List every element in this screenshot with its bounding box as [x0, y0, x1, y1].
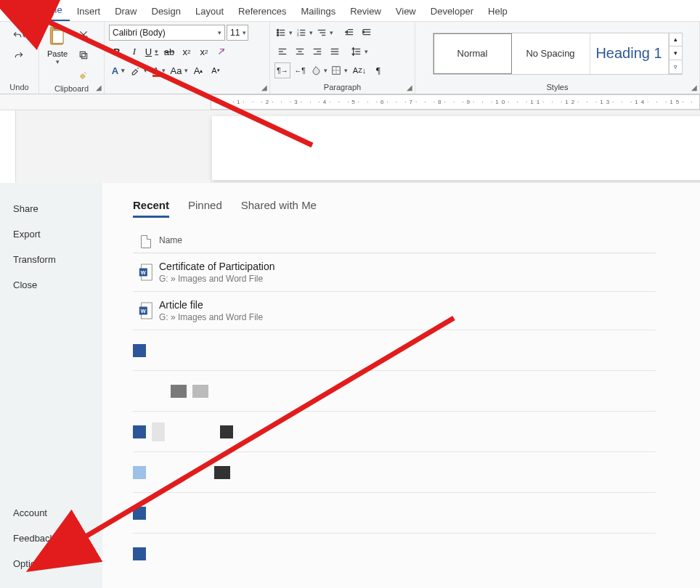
- styles-launcher-icon[interactable]: ◢: [691, 83, 697, 91]
- borders-button[interactable]: ▾: [330, 62, 349, 78]
- group-label-clipboard: Clipboard: [44, 83, 99, 94]
- svg-rect-1: [54, 25, 60, 29]
- redo-button[interactable]: [11, 48, 27, 64]
- copy-button[interactable]: [76, 47, 91, 63]
- bold-button[interactable]: B: [109, 44, 125, 60]
- shading-button[interactable]: ▾: [309, 62, 328, 78]
- menu-tab-view[interactable]: View: [388, 2, 423, 21]
- sidebar-item-close[interactable]: Close: [0, 272, 102, 298]
- file-row[interactable]: W Certificate of Participation G: » Imag…: [133, 253, 656, 292]
- clear-format-button[interactable]: [213, 44, 229, 60]
- menu-tab-layout[interactable]: Layout: [188, 2, 231, 21]
- style-tile-normal[interactable]: Normal: [434, 33, 512, 74]
- document-area: [0, 110, 700, 183]
- menu-tab-references[interactable]: References: [231, 2, 293, 21]
- grow-font-button[interactable]: A▴: [190, 62, 206, 78]
- rtl-button[interactable]: ←¶: [292, 62, 308, 78]
- cut-button[interactable]: [76, 27, 91, 43]
- word-doc-icon: W: [138, 263, 154, 282]
- style-tile-heading-1[interactable]: Heading 1: [590, 33, 669, 74]
- menu-tab-draw[interactable]: Draw: [107, 2, 144, 21]
- line-spacing-button[interactable]: ▾: [350, 44, 369, 60]
- menu-tab-home[interactable]: Home: [30, 1, 70, 21]
- sidebar-item-export[interactable]: Export: [0, 221, 102, 247]
- font-family-combo[interactable]: Calibri (Body) ▾: [109, 25, 225, 41]
- align-right-button[interactable]: [309, 44, 325, 60]
- backstage-main: Recent Pinned Shared with Me Name W Cert…: [102, 183, 700, 588]
- file-name: Article file: [159, 299, 656, 311]
- italic-button[interactable]: I: [126, 44, 142, 60]
- decrease-indent-button[interactable]: [341, 25, 357, 41]
- highlight-button[interactable]: ▾: [129, 62, 148, 78]
- justify-button[interactable]: [327, 44, 343, 60]
- align-center-button[interactable]: [292, 44, 308, 60]
- gallery-more-icon[interactable]: ▿: [670, 60, 682, 74]
- chevron-down-icon: ▾: [215, 29, 221, 36]
- font-launcher-icon[interactable]: ◢: [261, 83, 267, 91]
- menu-tab-help[interactable]: Help: [481, 2, 515, 21]
- increase-indent-button[interactable]: [359, 25, 375, 41]
- font-color-button[interactable]: A▾: [150, 62, 168, 78]
- paste-button[interactable]: Paste ▾: [44, 25, 71, 65]
- change-case-button[interactable]: Aa▾: [170, 62, 189, 78]
- superscript-button[interactable]: x2: [196, 44, 212, 60]
- gallery-up-icon[interactable]: ▴: [670, 33, 682, 47]
- word-doc-icon: W: [138, 301, 154, 320]
- subscript-button[interactable]: x2: [179, 44, 195, 60]
- menu-tab-insert[interactable]: Insert: [70, 2, 108, 21]
- sidebar-item-options[interactable]: Options: [0, 551, 102, 576]
- file-path: G: » Images and Word File: [159, 274, 656, 284]
- recent-file-list: Name W Certificate of Participation G: »…: [133, 231, 656, 574]
- ribbon: ▾ Undo Paste ▾: [0, 22, 700, 94]
- menu-tab-mailings[interactable]: Mailings: [294, 2, 343, 21]
- document-page[interactable]: [212, 116, 700, 180]
- group-font: Calibri (Body) ▾ 11 ▾ B I U▾ ab x2 x2: [105, 22, 270, 94]
- ltr-button[interactable]: ¶→: [274, 62, 290, 78]
- bullets-button[interactable]: ▾: [274, 25, 293, 41]
- clipboard-launcher-icon[interactable]: ◢: [96, 83, 102, 91]
- svg-text:3: 3: [296, 33, 298, 37]
- style-tile-no-spacing[interactable]: No Spacing: [512, 33, 590, 74]
- sidebar-item-account[interactable]: Account: [0, 500, 102, 526]
- sidebar-item-feedback[interactable]: Feedback: [0, 526, 102, 551]
- paragraph-launcher-icon[interactable]: ◢: [407, 83, 412, 91]
- chevron-down-icon: ▾: [240, 29, 246, 36]
- backstage-sidebar: Share Export Transform Close Account Fee…: [0, 183, 102, 588]
- format-painter-button[interactable]: [76, 68, 91, 83]
- undo-button[interactable]: ▾: [11, 28, 27, 44]
- sort-button[interactable]: AZ↓: [350, 62, 369, 78]
- menu-tab-review[interactable]: Review: [343, 2, 388, 21]
- paste-label: Paste: [44, 49, 71, 58]
- show-marks-button[interactable]: ¶: [370, 62, 386, 78]
- font-size-combo[interactable]: 11 ▾: [227, 25, 248, 41]
- underline-button[interactable]: U▾: [144, 44, 160, 60]
- align-left-button[interactable]: [274, 44, 290, 60]
- shrink-font-button[interactable]: A▾: [208, 62, 224, 78]
- svg-text:W: W: [141, 308, 146, 314]
- sidebar-item-transform[interactable]: Transform: [0, 247, 102, 272]
- tab-shared[interactable]: Shared with Me: [241, 199, 317, 218]
- svg-marker-25: [346, 30, 348, 33]
- font-size-value: 11: [230, 28, 240, 38]
- horizontal-ruler[interactable]: · · ·1· · ·2· · ·3· · ·4· · ·5· · ·6· · …: [211, 94, 700, 110]
- vertical-ruler[interactable]: [0, 110, 16, 183]
- name-col-header[interactable]: Name: [159, 235, 656, 248]
- menu-tab-design[interactable]: Design: [145, 2, 188, 21]
- menu-tab-file[interactable]: File: [4, 2, 30, 21]
- paste-dropdown[interactable]: ▾: [44, 58, 71, 65]
- group-label-styles: Styles: [420, 82, 695, 93]
- gallery-down-icon[interactable]: ▾: [670, 46, 682, 60]
- file-row[interactable]: W Article file G: » Images and Word File: [133, 292, 656, 330]
- tab-pinned[interactable]: Pinned: [188, 199, 222, 218]
- menu-tab-developer[interactable]: Developer: [423, 2, 481, 21]
- text-effects-button[interactable]: A▾: [109, 62, 128, 78]
- numbering-button[interactable]: 123▾: [295, 25, 314, 41]
- multilevel-list-button[interactable]: ▾: [315, 25, 334, 41]
- sidebar-item-share[interactable]: Share: [0, 196, 102, 221]
- tab-recent[interactable]: Recent: [133, 199, 169, 218]
- strikethrough-button[interactable]: ab: [161, 44, 177, 60]
- paste-icon: [47, 25, 68, 48]
- svg-point-7: [277, 29, 278, 30]
- group-label-undo: Undo: [4, 82, 34, 93]
- file-path: G: » Images and Word File: [159, 312, 656, 322]
